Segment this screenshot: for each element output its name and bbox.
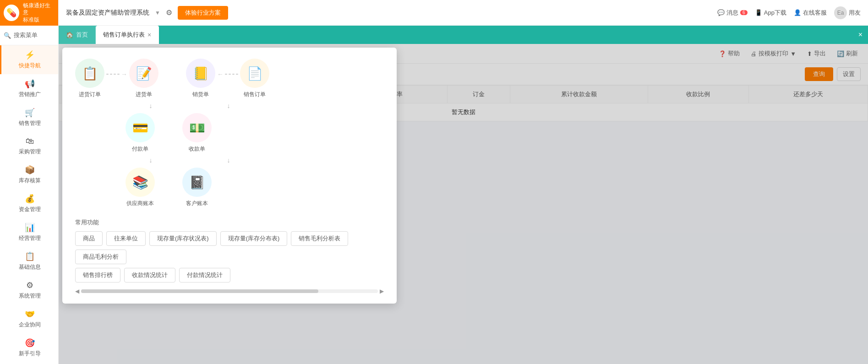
purchase-icon: 🛍	[26, 136, 34, 146]
sidebar-item-label-inventory: 库存核算	[19, 177, 41, 185]
func-btn-收款情况统计[interactable]: 收款情况统计	[124, 268, 175, 283]
dropdown-arrow-icon[interactable]: ▼	[155, 10, 160, 16]
tab-sales-order-label: 销售订单执行表	[103, 31, 145, 39]
func-btn-付款情况统计[interactable]: 付款情况统计	[179, 268, 230, 283]
header: 装备及固定资产辅助管理系统 ▼ ⚙ 体验行业方案 💬 消息 6 📱 App下载 …	[59, 0, 868, 26]
sidebar-item-label-base-info: 基础信息	[19, 263, 41, 271]
logo-text-line1: 畅康通好生意	[23, 2, 55, 16]
sidebar-logo: 💊 畅康通好生意 标准版	[0, 0, 58, 26]
quick-nav-icon: ⚡	[25, 50, 35, 60]
online-service-item[interactable]: 👤 在线客服	[794, 9, 827, 17]
purchase-order-label: 进货订单	[79, 91, 101, 98]
app-download-label: App下载	[764, 9, 786, 17]
sidebar-item-system[interactable]: ⚙ 系统管理	[0, 276, 58, 304]
arrow-down-4: ↓	[203, 157, 254, 164]
sale-order-icon: 📄	[247, 66, 263, 81]
func-btn-销售排行榜[interactable]: 销售排行榜	[75, 268, 120, 283]
user-item[interactable]: Ea 用友	[834, 6, 861, 19]
sales-icon: 🛒	[25, 108, 35, 118]
sidebar-item-finance[interactable]: 💰 资金管理	[0, 189, 58, 218]
sidebar-item-label-newbie: 新手引导	[19, 350, 41, 358]
scrollbar-left-arrow[interactable]: ◀	[75, 288, 79, 294]
flow-node-sale-receipt[interactable]: 📒 销货单	[186, 59, 215, 98]
scrollbar-track[interactable]	[81, 289, 378, 293]
receipt-icon: 💵	[189, 120, 205, 136]
flow-node-sale-order[interactable]: 📄 销售订单	[240, 59, 269, 98]
sidebar-item-label-sales: 销售管理	[19, 120, 41, 127]
popup-overlay[interactable]: 📋 进货订单 → 📝	[59, 44, 868, 364]
payment-icon: 💳	[132, 120, 148, 136]
sidebar-item-enterprise[interactable]: 🤝 企业协同	[0, 304, 58, 333]
tab-bar: 🏠 首页 销售订单执行表 × ×	[59, 26, 868, 44]
func-btn-销售毛利分析表[interactable]: 销售毛利分析表	[291, 231, 348, 246]
func-btn-现存量(库存状况表)[interactable]: 现存量(库存状况表)	[149, 231, 217, 246]
logo-text-line2: 标准版	[23, 16, 55, 24]
arrow-down-1: ↓	[126, 102, 176, 109]
func-btn-现存量(库存分布表)[interactable]: 现存量(库存分布表)	[220, 231, 288, 246]
flow-arrows-down-2: ↓ ↓	[126, 157, 254, 164]
main-content: ❓ 帮助 🖨 按模板打印 ▼ ⬆ 导出 🔄 刷新 📅 单据状态 ▼ 更多	[59, 44, 868, 364]
online-service-label: 在线客服	[803, 9, 827, 17]
sidebar-item-label-marketing: 营销推广	[19, 91, 41, 98]
sidebar-search[interactable]: 🔍 搜索菜单	[0, 26, 58, 45]
scrollbar-thumb	[81, 289, 318, 293]
sidebar-item-sales[interactable]: 🛒 销售管理	[0, 103, 58, 132]
func-row-2: 销售排行榜收款情况统计付款情况统计	[75, 268, 384, 283]
sale-receipt-label: 销货单	[192, 91, 209, 98]
sidebar-item-label-system: 系统管理	[19, 292, 41, 300]
inventory-icon: 📦	[25, 165, 35, 175]
flow-node-payment[interactable]: 💳 付款单	[126, 113, 155, 153]
tab-bar-close-icon[interactable]: ×	[853, 26, 868, 44]
arrow-down-2: ↓	[203, 102, 254, 109]
flow-node-purchase-receipt[interactable]: 📝 进货单	[129, 59, 158, 98]
message-label: 消息	[726, 9, 738, 17]
sidebar-item-label-quick-nav: 快捷导航	[19, 62, 41, 70]
flow-node-receipt[interactable]: 💵 收款单	[182, 113, 212, 153]
search-menu-button[interactable]: 🔍 搜索菜单	[4, 29, 55, 41]
search-icon: 🔍	[4, 32, 11, 39]
func-btn-商品[interactable]: 商品	[75, 231, 103, 246]
purchase-receipt-icon: 📝	[136, 66, 152, 81]
tab-home[interactable]: 🏠 首页	[59, 26, 96, 44]
sidebar-item-label-finance: 资金管理	[19, 206, 41, 213]
flow-node-purchase-order[interactable]: 📋 进货订单	[75, 59, 104, 98]
finance-icon: 💰	[25, 194, 35, 204]
arrow-down-3: ↓	[126, 157, 176, 164]
sidebar-item-marketing[interactable]: 📢 营销推广	[0, 74, 58, 103]
header-right: 💬 消息 6 📱 App下载 👤 在线客服 Ea 用友	[717, 6, 861, 19]
sidebar-item-purchase[interactable]: 🛍 采购管理	[0, 132, 58, 160]
sidebar-item-quick-nav[interactable]: ⚡ 快捷导航	[0, 45, 58, 74]
supplier-ledger-label: 供应商账本	[126, 200, 154, 207]
flow-arrows-down: ↓ ↓	[126, 102, 254, 109]
arrow-h-2: ←	[217, 71, 238, 78]
logo-icon: 💊	[4, 5, 19, 21]
arrow-h-1: →	[106, 71, 127, 78]
experience-btn[interactable]: 体验行业方案	[178, 6, 228, 20]
func-btn-商品毛利分析[interactable]: 商品毛利分析	[75, 250, 126, 264]
payment-label: 付款单	[132, 145, 148, 153]
search-menu-label: 搜索菜单	[14, 31, 38, 39]
user-label: 用友	[849, 9, 861, 17]
func-row-1: 商品往来单位现存量(库存状况表)现存量(库存分布表)销售毛利分析表商品毛利分析	[75, 231, 384, 264]
popup-scrollbar[interactable]: ◀ ▶	[75, 288, 384, 294]
sidebar-item-base-info[interactable]: 📋 基础信息	[0, 247, 58, 276]
flow-row-0: 📋 进货订单 → 📝	[75, 59, 269, 98]
sidebar-item-operations[interactable]: 📊 经营管理	[0, 218, 58, 247]
message-item[interactable]: 💬 消息 6	[717, 9, 748, 17]
scrollbar-right-arrow[interactable]: ▶	[380, 288, 384, 294]
func-btn-往来单位[interactable]: 往来单位	[106, 231, 146, 246]
gear-icon[interactable]: ⚙	[166, 8, 172, 17]
sidebar-item-newbie[interactable]: 🎯 新手引导	[0, 333, 58, 362]
sidebar-item-inventory[interactable]: 📦 库存核算	[0, 160, 58, 189]
receipt-label: 收款单	[189, 145, 205, 153]
purchase-receipt-label: 进货单	[136, 91, 152, 98]
sidebar-item-label-purchase: 采购管理	[19, 148, 41, 156]
popup: 📋 进货订单 → 📝	[62, 48, 397, 304]
app-download-item[interactable]: 📱 App下载	[755, 9, 786, 17]
tab-close-icon[interactable]: ×	[147, 31, 151, 38]
avatar: Ea	[834, 6, 847, 19]
tab-sales-order[interactable]: 销售订单执行表 ×	[96, 26, 159, 44]
download-icon: 📱	[755, 9, 762, 16]
flow-node-customer-ledger[interactable]: 📓 客户账本	[182, 168, 212, 207]
flow-node-supplier-ledger[interactable]: 📚 供应商账本	[126, 168, 155, 207]
